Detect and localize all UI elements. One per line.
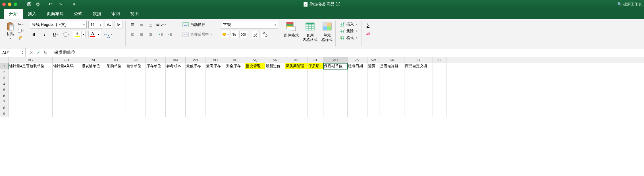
cell[interactable] xyxy=(205,111,225,117)
cell[interactable] xyxy=(323,69,348,75)
cell[interactable] xyxy=(285,69,308,75)
increase-font-button[interactable]: A▴ xyxy=(105,21,113,28)
cell[interactable] xyxy=(9,93,53,99)
clear-button[interactable]: · xyxy=(365,30,373,38)
border-button[interactable]: ▾ xyxy=(62,31,70,38)
cell[interactable] xyxy=(433,63,446,69)
cell[interactable]: 最低库存 xyxy=(186,63,205,69)
cell[interactable] xyxy=(323,99,348,105)
cell[interactable] xyxy=(106,87,126,93)
cell[interactable] xyxy=(348,69,367,75)
copy-button[interactable]: ▾ xyxy=(18,28,24,34)
percent-format-button[interactable]: % xyxy=(230,31,238,38)
cell[interactable] xyxy=(225,93,245,99)
cell[interactable] xyxy=(106,99,126,105)
cell[interactable] xyxy=(308,69,323,75)
cell[interactable] xyxy=(205,69,225,75)
column-header[interactable]: AQ xyxy=(245,57,265,63)
cell[interactable] xyxy=(205,105,225,111)
cell[interactable] xyxy=(186,93,205,99)
cell[interactable] xyxy=(265,93,285,99)
cell[interactable] xyxy=(404,81,433,87)
merge-center-button[interactable]: 合并后居中 ▾ xyxy=(180,31,215,38)
cell[interactable] xyxy=(225,81,245,87)
align-middle-button[interactable] xyxy=(138,21,146,28)
cell[interactable] xyxy=(146,81,166,87)
cell[interactable] xyxy=(106,75,126,81)
cell[interactable] xyxy=(367,69,379,75)
cell[interactable] xyxy=(81,105,106,111)
cell[interactable] xyxy=(53,87,81,93)
cell[interactable] xyxy=(379,99,404,105)
number-format-combo[interactable]: 常规 ▾ xyxy=(221,21,278,28)
cell[interactable] xyxy=(433,75,446,81)
cell[interactable] xyxy=(146,111,166,117)
cell[interactable] xyxy=(205,87,225,93)
accounting-format-button[interactable]: ▾ xyxy=(221,31,229,38)
redo-button[interactable]: ↷▾ xyxy=(59,2,65,7)
cell[interactable] xyxy=(245,99,265,105)
row-header[interactable]: 7 xyxy=(0,99,9,105)
increase-indent-button[interactable] xyxy=(166,31,174,38)
cell[interactable] xyxy=(166,69,186,75)
search-sheet[interactable]: 🔍 搜索工作表 xyxy=(617,2,642,7)
cell[interactable] xyxy=(404,105,433,111)
cell[interactable] xyxy=(186,69,205,75)
increase-decimal-button[interactable]: ←.0.00 xyxy=(252,31,260,38)
cell[interactable] xyxy=(245,81,265,87)
formula-input[interactable]: 保质期单位 xyxy=(51,48,644,57)
conditional-format-button[interactable]: 条件格式 xyxy=(284,22,299,38)
print-icon[interactable] xyxy=(36,2,40,7)
cell[interactable] xyxy=(53,75,81,81)
cell[interactable] xyxy=(308,111,323,117)
minimize-window-button[interactable] xyxy=(8,3,11,6)
cell[interactable] xyxy=(348,87,367,93)
cell[interactable] xyxy=(53,81,81,87)
cell[interactable] xyxy=(126,69,146,75)
cell[interactable] xyxy=(81,69,106,75)
column-header[interactable]: AZ xyxy=(433,57,446,63)
cell[interactable] xyxy=(9,111,53,117)
name-box-stepper[interactable]: ▴▾ xyxy=(22,50,23,55)
cell[interactable] xyxy=(348,105,367,111)
cell[interactable]: 保质期管理 xyxy=(285,63,308,69)
cell[interactable]: 批次管理 xyxy=(245,63,265,69)
cell[interactable] xyxy=(205,75,225,81)
cell[interactable] xyxy=(265,87,285,93)
cell[interactable] xyxy=(404,69,433,75)
cell[interactable]: 报表辅单位 xyxy=(81,63,106,69)
undo-button[interactable]: ↶▾ xyxy=(48,2,55,7)
bold-button[interactable]: B xyxy=(30,31,38,38)
cell[interactable]: 辅计量4条码 xyxy=(53,63,81,69)
cell[interactable] xyxy=(323,75,348,81)
cell[interactable] xyxy=(323,87,348,93)
column-header[interactable]: AW xyxy=(367,57,379,63)
close-window-button[interactable] xyxy=(2,3,6,6)
cell[interactable] xyxy=(404,87,433,93)
cell[interactable] xyxy=(53,69,81,75)
cell[interactable] xyxy=(106,111,126,117)
column-header[interactable]: AK xyxy=(126,57,146,63)
cell[interactable]: 采购单位 xyxy=(106,63,126,69)
cell[interactable] xyxy=(166,87,186,93)
column-header[interactable]: AY xyxy=(404,57,433,63)
align-top-button[interactable] xyxy=(128,21,136,28)
phonetic-button[interactable]: abcA▾ xyxy=(104,31,112,38)
cell[interactable] xyxy=(126,75,146,81)
cell[interactable] xyxy=(348,99,367,105)
cancel-formula-button[interactable]: ✕ xyxy=(30,50,33,55)
font-color-button[interactable]: A ▾ xyxy=(88,31,101,38)
cell[interactable] xyxy=(106,105,126,111)
row-header[interactable]: 4 xyxy=(0,81,9,87)
cell[interactable] xyxy=(146,75,166,81)
cell[interactable] xyxy=(367,99,379,105)
cell[interactable] xyxy=(146,87,166,93)
cell[interactable]: 保质期 xyxy=(308,63,323,69)
ribbon-tab-3[interactable]: 公式 xyxy=(69,9,88,19)
cell[interactable] xyxy=(308,99,323,105)
cell[interactable] xyxy=(81,81,106,87)
row-header[interactable]: 2 xyxy=(0,69,9,75)
cell[interactable] xyxy=(308,93,323,99)
cell[interactable] xyxy=(126,87,146,93)
cell[interactable]: 运费 xyxy=(367,63,379,69)
